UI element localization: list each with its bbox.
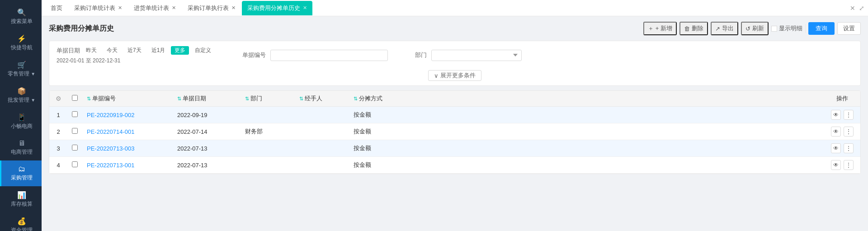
row-order-no: PE-20220713-003: [82, 140, 173, 157]
filter-area: 单据日期 昨天 今天 近7天 近1月 更多 自定义 2022-01-01 至 2…: [49, 41, 861, 86]
tab-purchase-cost-history[interactable]: 采购费用分摊单历史 ✕: [242, 1, 312, 15]
close-icon[interactable]: ✕: [303, 5, 307, 11]
export-button[interactable]: ↗ 导出: [711, 22, 738, 35]
row-checkbox-cell: [67, 107, 82, 123]
tab-home[interactable]: 首页: [45, 1, 68, 15]
view-icon[interactable]: 👁: [831, 160, 841, 170]
row-dept: [241, 157, 295, 174]
sidebar-item-purchase[interactable]: 🗂 采购管理: [0, 160, 42, 186]
sort-icon[interactable]: ⇅: [177, 96, 181, 102]
row-action: 👁 ⋮: [824, 107, 860, 123]
divider: [805, 24, 806, 33]
date-btn-yesterday[interactable]: 昨天: [82, 46, 101, 55]
sidebar-item-mobile[interactable]: 📱 小畅电商: [0, 108, 42, 135]
close-icon[interactable]: ✕: [172, 5, 176, 11]
table-row: 1 PE-20220919-002 2022-09-19 按金额 👁 ⋮: [49, 107, 860, 123]
refresh-icon: ↺: [745, 25, 750, 32]
tab-purchase-order-exec[interactable]: 采购订单执行表 ✕: [182, 1, 241, 15]
mobile-icon: 📱: [3, 113, 40, 122]
order-no-link[interactable]: PE-20220714-001: [87, 128, 135, 135]
view-icon[interactable]: 👁: [831, 110, 841, 120]
row-checkbox-cell: [67, 157, 82, 174]
ecommerce-icon: 🖥: [3, 139, 40, 147]
row-seq: 4: [49, 157, 67, 174]
sidebar-item-finance[interactable]: 💰 资金管理: [0, 212, 42, 231]
filter-row-1: 单据日期 昨天 今天 近7天 近1月 更多 自定义 2022-01-01 至 2…: [57, 46, 853, 65]
data-table: ⚙ ⇅ 单据编号 ⇅: [49, 90, 861, 174]
date-filter: 单据日期 昨天 今天 近7天 近1月 更多 自定义 2022-01-01 至 2…: [57, 46, 215, 65]
row-checkbox[interactable]: [72, 145, 78, 151]
close-icon[interactable]: ✕: [118, 5, 122, 11]
sort-icon[interactable]: ⇅: [87, 96, 91, 102]
more-icon[interactable]: ⋮: [844, 143, 854, 153]
query-button[interactable]: 查询: [808, 22, 835, 35]
row-action: 👁 ⋮: [824, 157, 860, 174]
sidebar-item-inventory[interactable]: 📊 库存核算: [0, 186, 42, 212]
sidebar-item-search[interactable]: 🔍 搜索菜单: [0, 4, 42, 30]
row-checkbox[interactable]: [72, 128, 78, 134]
sort-icon[interactable]: ⇅: [245, 96, 249, 102]
row-method: 按金额: [349, 123, 824, 140]
row-checkbox[interactable]: [72, 161, 78, 167]
view-icon[interactable]: 👁: [831, 127, 841, 137]
tab-window-controls: ✕ ⤢: [850, 5, 864, 12]
dept-select[interactable]: [431, 50, 522, 61]
row-seq: 2: [49, 123, 67, 140]
settings-gear-icon[interactable]: ⚙: [56, 95, 61, 102]
tab-goods-in-summary[interactable]: 进货单统计表 ✕: [128, 1, 181, 15]
table-body: 1 PE-20220919-002 2022-09-19 按金额 👁 ⋮ 2: [49, 107, 860, 174]
delete-button[interactable]: 🗑 删除: [679, 22, 708, 35]
row-checkbox-cell: [67, 123, 82, 140]
main-area: 首页 采购订单统计表 ✕ 进货单统计表 ✕ 采购订单执行表 ✕ 采购费用分摊单历…: [42, 0, 868, 231]
order-no-link[interactable]: PE-20220713-001: [87, 162, 135, 169]
row-checkbox[interactable]: [72, 111, 78, 117]
table-header: ⚙ ⇅ 单据编号 ⇅: [49, 91, 860, 107]
shortcut-icon: ⚡: [3, 34, 40, 43]
th-settings: ⚙: [49, 91, 67, 107]
sidebar-item-retail[interactable]: 🛒 零售管理 ▼: [0, 56, 42, 82]
row-seq: 3: [49, 140, 67, 157]
row-method: 按金额: [349, 107, 824, 123]
view-icon[interactable]: 👁: [831, 143, 841, 153]
more-icon[interactable]: ⋮: [844, 110, 854, 120]
date-btn-7days[interactable]: 近7天: [123, 46, 146, 55]
page-header: 采购费用分摊单历史 ＋ + 新增 🗑 删除 ↗ 导出 ↺ 刷新: [49, 22, 861, 35]
sidebar-item-ecommerce[interactable]: 🖥 电商管理: [0, 135, 42, 160]
close-icon[interactable]: ✕: [231, 5, 236, 11]
inventory-icon: 📊: [3, 191, 40, 199]
chevron-down-icon: ▼: [31, 71, 35, 76]
date-btn-more[interactable]: 更多: [171, 46, 189, 55]
table: ⚙ ⇅ 单据编号 ⇅: [49, 91, 860, 174]
row-order-no: PE-20220713-001: [82, 157, 173, 174]
expand-more-btn[interactable]: ∨ 展开更多条件: [428, 70, 481, 81]
setting-button[interactable]: 设置: [837, 22, 861, 35]
maximize-window-icon[interactable]: ⤢: [859, 5, 864, 12]
order-no-link[interactable]: PE-20220713-003: [87, 145, 135, 152]
sidebar-item-shortcut[interactable]: ⚡ 快捷导航: [0, 30, 42, 56]
more-icon[interactable]: ⋮: [844, 160, 854, 170]
th-date: ⇅ 单据日期: [173, 91, 241, 107]
date-btn-custom[interactable]: 自定义: [191, 46, 215, 55]
date-btn-1month[interactable]: 近1月: [147, 46, 170, 55]
order-no-filter: 单据编号: [242, 50, 388, 61]
refresh-button[interactable]: ↺ 刷新: [741, 22, 769, 35]
add-button[interactable]: ＋ + 新增: [643, 22, 677, 35]
tab-purchase-order-summary[interactable]: 采购订单统计表 ✕: [69, 1, 127, 15]
more-icon[interactable]: ⋮: [844, 127, 854, 137]
row-date: 2022-09-19: [173, 107, 241, 123]
select-all-checkbox[interactable]: [72, 95, 78, 101]
row-handler: [295, 123, 349, 140]
sidebar: 🔍 搜索菜单 ⚡ 快捷导航 🛒 零售管理 ▼ 📦 批发管理 ▼ 📱 小畅电商 🖥…: [0, 0, 42, 231]
sidebar-item-wholesale[interactable]: 📦 批发管理 ▼: [0, 82, 42, 108]
row-method: 按金额: [349, 140, 824, 157]
order-no-link[interactable]: PE-20220919-002: [87, 112, 135, 118]
order-no-input[interactable]: [270, 50, 388, 61]
show-detail-checkbox[interactable]: [771, 26, 777, 32]
row-dept: [241, 107, 295, 123]
sort-icon[interactable]: ⇅: [354, 96, 358, 102]
wholesale-icon: 📦: [3, 87, 40, 95]
close-window-icon[interactable]: ✕: [850, 5, 855, 12]
date-btn-today[interactable]: 今天: [103, 46, 122, 55]
sort-icon[interactable]: ⇅: [299, 96, 303, 102]
show-detail-toggle[interactable]: 显示明细: [771, 24, 802, 33]
